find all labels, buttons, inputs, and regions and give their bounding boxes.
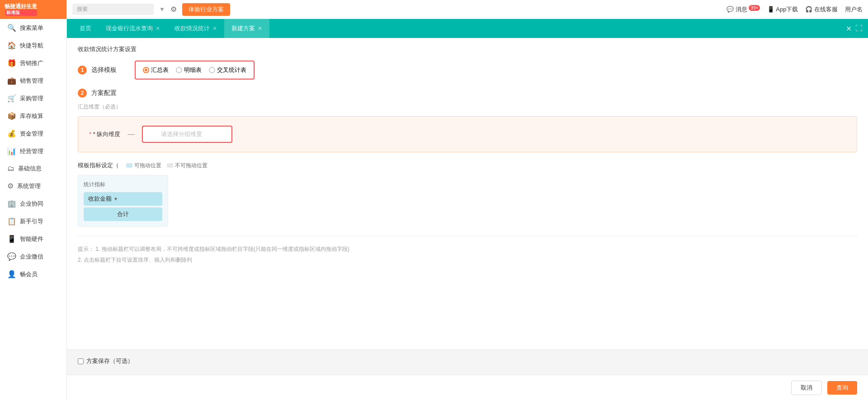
sidebar-item-label: 销售管理 bbox=[20, 77, 43, 85]
dimension-select[interactable]: 请选择分组维度 bbox=[142, 126, 232, 143]
sidebar-item-label: 基础信息 bbox=[18, 165, 42, 173]
sidebar-item-label: 新手引导 bbox=[20, 217, 43, 226]
nodrag-label: 不可拖动位置 bbox=[175, 162, 208, 169]
radio-summary[interactable]: 汇总表 bbox=[143, 66, 169, 74]
template-selection-box: 汇总表 明细表 交叉统计表 bbox=[135, 61, 255, 80]
sidebar-item-search[interactable]: 🔍 搜索菜单 bbox=[0, 19, 66, 37]
sidebar-item-marketing[interactable]: 🎁 营销推广 bbox=[0, 54, 66, 72]
tab-collection-stats-close-icon[interactable]: ✕ bbox=[212, 25, 217, 32]
gear-icon: ⚙ bbox=[7, 182, 14, 190]
hardware-icon: 📱 bbox=[7, 235, 16, 243]
tab-bank-flow[interactable]: 现金银行流水查询 ✕ bbox=[99, 19, 167, 38]
window-close-icon[interactable]: ✕ bbox=[846, 24, 852, 33]
sidebar-item-basic[interactable]: 🗂 基础信息 bbox=[0, 160, 66, 177]
sidebar-item-guide[interactable]: 📋 新手引导 bbox=[0, 212, 66, 230]
tab-new-plan-close-icon[interactable]: ✕ bbox=[258, 25, 262, 32]
plan-config: 汇总维度（必选） * * 纵向维度 — 请选择分组维度 bbox=[78, 103, 857, 265]
sidebar-item-inventory[interactable]: 📦 库存核算 bbox=[0, 107, 66, 125]
radio-summary-dot[interactable] bbox=[143, 67, 149, 73]
radio-detail[interactable]: 明细表 bbox=[176, 66, 202, 74]
metrics-tag-label: 收款金额 bbox=[88, 195, 112, 203]
sidebar-item-label: 系统管理 bbox=[17, 182, 41, 190]
radio-detail-label: 明细表 bbox=[184, 66, 202, 74]
save-plan-label: 方案保存（可选） bbox=[86, 357, 133, 365]
save-plan-checkbox-label[interactable]: 方案保存（可选） bbox=[78, 357, 133, 365]
app-download[interactable]: 📱 App下载 bbox=[767, 5, 798, 14]
step2-section: 2 方案配置 汇总维度（必选） * * 纵向维度 — bbox=[78, 89, 857, 265]
box-icon: 📦 bbox=[7, 112, 16, 120]
step2-title: 方案配置 bbox=[91, 89, 117, 97]
window-expand-icon[interactable]: ⛶ bbox=[855, 24, 863, 33]
step1-section: 1 选择模板 汇总表 明细表 交叉统计表 bbox=[78, 61, 857, 80]
sidebar-item-enterprise[interactable]: 🏢 企业协同 bbox=[0, 195, 66, 212]
radio-cross[interactable]: 交叉统计表 bbox=[209, 66, 246, 74]
step2-header: 2 方案配置 bbox=[78, 89, 857, 98]
save-plan-checkbox[interactable] bbox=[78, 358, 84, 364]
tab-new-plan[interactable]: 新建方案 ✕ bbox=[224, 19, 269, 38]
top-header: 搜索 ▼ ⚙ 体验行业方案 💬 消息 99+ 📱 App下载 🎧 在线客服 用户… bbox=[67, 0, 868, 19]
sidebar-item-hardware[interactable]: 📱 智能硬件 bbox=[0, 230, 66, 248]
guide-icon: 📋 bbox=[7, 217, 16, 226]
sidebar-item-member[interactable]: 👤 畅会员 bbox=[0, 265, 66, 283]
settings-icon[interactable]: ⚙ bbox=[170, 5, 177, 14]
nav-tabs-actions: ✕ ⛶ bbox=[846, 24, 863, 33]
tab-collection-stats[interactable]: 收款情况统计 ✕ bbox=[167, 19, 224, 38]
metrics-header: 模板指标设定（ 可拖动位置 不可拖动位置 bbox=[78, 161, 857, 169]
folder-icon: 🗂 bbox=[7, 165, 14, 173]
sidebar-item-system[interactable]: ⚙ 系统管理 bbox=[0, 177, 66, 195]
radio-detail-dot[interactable] bbox=[176, 67, 182, 73]
arrow-right-icon: — bbox=[127, 130, 135, 138]
sidebar-item-label: 营销推广 bbox=[20, 59, 43, 67]
header-right: 💬 消息 99+ 📱 App下载 🎧 在线客服 用户名 bbox=[726, 5, 863, 14]
cancel-button[interactable]: 取消 bbox=[791, 381, 822, 395]
search-box[interactable]: 搜索 bbox=[72, 4, 154, 15]
sidebar: 畅捷通好生意 标准版 🔍 搜索菜单 🏠 快捷导航 🎁 营销推广 💼 销售管理 🛒… bbox=[0, 0, 67, 400]
metrics-total: 合计 bbox=[84, 207, 162, 221]
query-button[interactable]: 查询 bbox=[827, 381, 857, 395]
step2-number: 2 bbox=[78, 89, 87, 98]
dropdown-chevron-icon[interactable]: ▾ bbox=[114, 196, 117, 202]
metrics-tag-amount[interactable]: 收款金额 ▾ bbox=[84, 192, 162, 206]
sidebar-item-sales[interactable]: 💼 销售管理 bbox=[0, 72, 66, 89]
home-icon: 🏠 bbox=[7, 41, 16, 50]
tab-bank-flow-close-icon[interactable]: ✕ bbox=[156, 25, 160, 32]
metrics-legend: 可拖动位置 不可拖动位置 bbox=[126, 162, 208, 169]
tips-section: 提示： 1. 拖动标题栏可以调整布局，不可跨维度或指标区域拖动栏目字段(只能在同… bbox=[78, 236, 857, 265]
dropdown-arrow-icon[interactable]: ▼ bbox=[159, 6, 165, 13]
tab-bank-flow-label: 现金银行流水查询 bbox=[106, 24, 153, 33]
sidebar-item-label: 企业微信 bbox=[20, 253, 43, 261]
page-title: 收款情况统计方案设置 bbox=[78, 45, 857, 53]
tip-2: 2. 点击标题栏下拉可设置排序、插入列和删除列 bbox=[78, 254, 857, 265]
sidebar-item-quick-nav[interactable]: 🏠 快捷导航 bbox=[0, 37, 66, 54]
sidebar-item-purchase[interactable]: 🛒 采购管理 bbox=[0, 89, 66, 107]
tab-home-label: 首页 bbox=[80, 24, 91, 33]
sidebar-item-label: 经营管理 bbox=[20, 147, 43, 155]
step1-header: 1 选择模板 汇总表 明细表 交叉统计表 bbox=[78, 61, 857, 80]
online-service[interactable]: 🎧 在线客服 bbox=[805, 5, 838, 14]
tab-home[interactable]: 首页 bbox=[72, 19, 99, 38]
step1-title: 选择模板 bbox=[91, 66, 117, 74]
sidebar-logo: 畅捷通好生意 标准版 bbox=[0, 0, 66, 19]
sidebar-item-operations[interactable]: 📊 经营管理 bbox=[0, 142, 66, 160]
member-icon: 👤 bbox=[7, 270, 16, 278]
sidebar-item-label: 库存核算 bbox=[20, 112, 43, 120]
sidebar-item-wechat[interactable]: 💬 企业微信 bbox=[0, 248, 66, 265]
username[interactable]: 用户名 bbox=[845, 5, 863, 14]
sidebar-item-label: 智能硬件 bbox=[20, 235, 43, 243]
sales-icon: 💼 bbox=[7, 76, 16, 85]
wechat-icon: 💬 bbox=[7, 252, 16, 261]
industry-plan-button[interactable]: 体验行业方案 bbox=[182, 3, 230, 16]
search-icon: 🔍 bbox=[7, 24, 16, 32]
page-inner: 收款情况统计方案设置 1 选择模板 汇总表 明细表 bbox=[67, 38, 868, 349]
logo-badge: 标准版 bbox=[5, 9, 37, 16]
notification-area[interactable]: 💬 消息 99+ bbox=[726, 5, 760, 14]
sidebar-item-label: 快捷导航 bbox=[20, 42, 43, 50]
money-icon: 💰 bbox=[7, 129, 16, 138]
sidebar-item-finance[interactable]: 💰 资金管理 bbox=[0, 125, 66, 142]
vertical-dimension-label: * * 纵向维度 bbox=[89, 130, 120, 138]
metrics-group-title: 统计指标 bbox=[84, 181, 162, 188]
radio-cross-dot[interactable] bbox=[209, 67, 215, 73]
drag-box-icon bbox=[126, 163, 132, 168]
nav-tabs: 首页 现金银行流水查询 ✕ 收款情况统计 ✕ 新建方案 ✕ ✕ ⛶ bbox=[67, 19, 868, 38]
gift-icon: 🎁 bbox=[7, 59, 16, 67]
